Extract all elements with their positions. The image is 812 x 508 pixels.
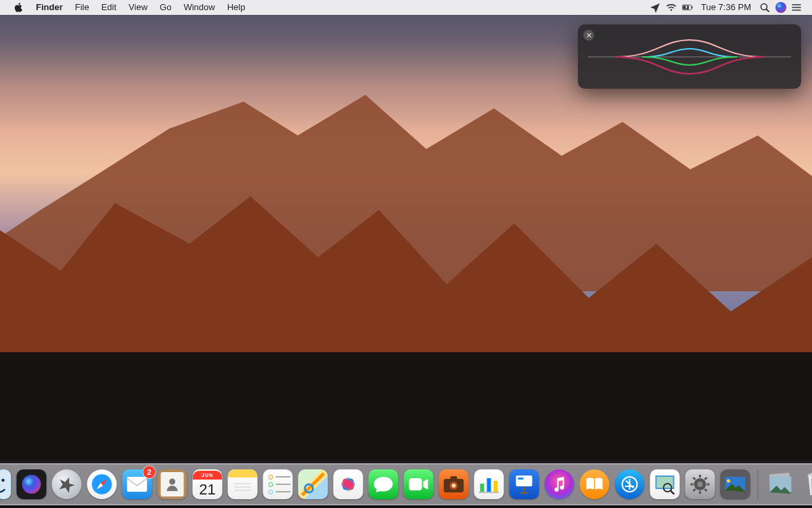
menu-file[interactable]: File bbox=[69, 0, 95, 15]
dock-facetime[interactable] bbox=[403, 469, 434, 500]
siri-panel[interactable]: ✕ bbox=[578, 24, 801, 89]
app-menu[interactable]: Finder bbox=[30, 0, 69, 15]
svg-rect-34 bbox=[409, 478, 422, 490]
dock-siri[interactable] bbox=[16, 469, 47, 500]
wifi-icon[interactable] bbox=[663, 0, 679, 15]
siri-waveform bbox=[588, 37, 791, 77]
dock-divider bbox=[758, 469, 759, 499]
dock-photos[interactable] bbox=[333, 469, 364, 500]
svg-point-21 bbox=[169, 479, 175, 485]
svg-rect-20 bbox=[127, 477, 148, 492]
badge-count: 2 bbox=[143, 466, 156, 478]
svg-point-15 bbox=[1, 479, 5, 482]
dock: 2 JUN 21 bbox=[0, 463, 812, 505]
svg-line-64 bbox=[705, 478, 707, 480]
menu-go[interactable]: Go bbox=[154, 0, 177, 15]
svg-rect-41 bbox=[494, 481, 498, 492]
svg-rect-13 bbox=[0, 469, 12, 499]
menu-help[interactable]: Help bbox=[221, 0, 252, 15]
svg-point-38 bbox=[452, 484, 456, 488]
dock-calendar[interactable]: JUN 21 bbox=[192, 469, 223, 500]
dock-launchpad[interactable] bbox=[51, 469, 83, 500]
dock-messages[interactable] bbox=[368, 469, 399, 500]
svg-line-62 bbox=[694, 478, 696, 480]
dock-ibooks[interactable] bbox=[579, 469, 610, 500]
dock-appstore[interactable] bbox=[614, 469, 646, 500]
notification-center-icon[interactable] bbox=[789, 0, 805, 15]
svg-line-63 bbox=[705, 489, 707, 491]
svg-line-65 bbox=[694, 489, 696, 491]
dock-mail[interactable]: 2 bbox=[122, 469, 153, 500]
dock-notes[interactable] bbox=[227, 469, 258, 500]
dock-preview[interactable] bbox=[650, 469, 681, 500]
svg-rect-40 bbox=[487, 478, 491, 492]
svg-rect-39 bbox=[480, 484, 484, 492]
svg-line-4 bbox=[767, 9, 769, 12]
svg-rect-1 bbox=[692, 6, 692, 8]
siri-menubar-icon[interactable] bbox=[773, 0, 789, 15]
location-icon[interactable] bbox=[647, 0, 663, 15]
dock-photobooth[interactable] bbox=[438, 469, 470, 500]
clock[interactable]: Tue 7:36 PM bbox=[696, 0, 757, 15]
dock-trash[interactable] bbox=[800, 469, 813, 500]
calendar-day: 21 bbox=[199, 481, 215, 499]
dock-quicktime[interactable] bbox=[720, 469, 751, 500]
menu-edit[interactable]: Edit bbox=[95, 0, 122, 15]
menu-window[interactable]: Window bbox=[177, 0, 221, 15]
dock-sysprefs[interactable] bbox=[685, 469, 716, 500]
dock-itunes[interactable] bbox=[544, 469, 575, 500]
menu-view[interactable]: View bbox=[122, 0, 154, 15]
svg-rect-43 bbox=[516, 475, 533, 486]
dock-contacts[interactable] bbox=[157, 469, 188, 500]
dock-keynote[interactable] bbox=[509, 469, 540, 500]
wallpaper-foreground-layer bbox=[0, 176, 812, 461]
dock-reminders[interactable] bbox=[263, 469, 294, 500]
svg-rect-36 bbox=[451, 476, 457, 480]
battery-charging-icon[interactable] bbox=[679, 0, 696, 15]
spotlight-icon[interactable] bbox=[757, 0, 773, 15]
dock-numbers[interactable] bbox=[474, 469, 505, 500]
svg-rect-44 bbox=[518, 478, 524, 480]
svg-line-55 bbox=[671, 490, 675, 494]
apple-menu[interactable] bbox=[8, 3, 30, 12]
svg-point-57 bbox=[698, 482, 703, 487]
svg-point-10 bbox=[792, 9, 794, 11]
svg-point-67 bbox=[727, 480, 730, 483]
svg-point-9 bbox=[792, 7, 794, 8]
calendar-month: JUN bbox=[193, 471, 223, 480]
svg-point-8 bbox=[792, 4, 794, 5]
menubar: Finder File Edit View Go Window Help Tue… bbox=[0, 0, 812, 15]
dock-maps[interactable] bbox=[298, 469, 329, 500]
close-icon[interactable]: ✕ bbox=[583, 30, 594, 41]
dock-safari[interactable] bbox=[87, 469, 118, 500]
dock-finder[interactable] bbox=[0, 469, 12, 500]
dock-desktop-folder[interactable] bbox=[765, 469, 796, 500]
